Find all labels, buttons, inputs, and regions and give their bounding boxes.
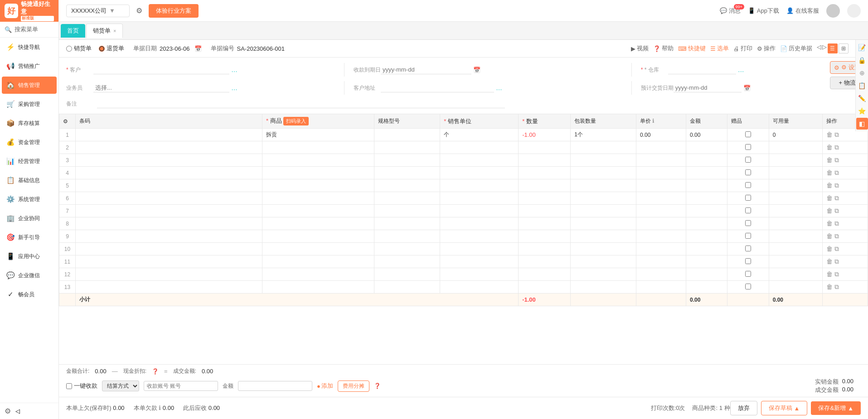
sidebar-item-marketing[interactable]: 📢 营销推广 xyxy=(2,58,57,75)
delete-icon[interactable]: 🗑 xyxy=(826,245,833,253)
rp-orange-icon[interactable]: ◧ xyxy=(856,118,868,130)
rp-add-icon[interactable]: ⊕ xyxy=(856,67,868,79)
prev-arrow[interactable]: ◁ xyxy=(817,43,821,53)
sidebar-item-system[interactable]: ⚙️ 系统管理 xyxy=(2,191,57,208)
list-view-btn[interactable]: ☰ xyxy=(828,43,838,53)
add-payment-button[interactable]: ● 添加 xyxy=(317,382,333,390)
delete-icon[interactable]: 🗑 xyxy=(826,182,833,189)
salesman-dots[interactable]: … xyxy=(231,84,238,92)
customer-input[interactable] xyxy=(93,65,229,74)
rp-edit-icon[interactable]: 📝 xyxy=(856,42,868,53)
delete-icon[interactable]: 🗑 xyxy=(826,144,833,151)
copy-icon[interactable]: ⧉ xyxy=(834,220,839,227)
expected-date-calendar[interactable]: 📅 xyxy=(743,85,751,92)
sidebar-item-enterprise[interactable]: 🏢 企业协同 xyxy=(2,210,57,227)
delete-icon[interactable]: 🗑 xyxy=(826,194,833,202)
online-service-button[interactable]: 👤 在线客服 xyxy=(786,7,819,15)
discard-button[interactable]: 放弃 xyxy=(730,401,757,415)
copy-icon[interactable]: ⧉ xyxy=(834,207,839,215)
rp-pencil-icon[interactable]: ✏️ xyxy=(856,92,868,104)
message-button[interactable]: 💬 消息 99+ xyxy=(720,7,741,15)
topbar-settings-icon[interactable]: ⚙ xyxy=(134,5,144,17)
select-btn[interactable]: ☰ 选单 xyxy=(710,44,729,53)
sidebar-collapse-icon[interactable]: ◁ xyxy=(15,408,20,414)
row-amount[interactable]: 0.00 xyxy=(686,129,727,141)
video-btn[interactable]: ▶ 视频 xyxy=(631,44,649,53)
debit-info-icon[interactable]: ℹ xyxy=(159,405,161,411)
payment-date-calendar[interactable]: 📅 xyxy=(473,67,480,73)
row-unit[interactable]: 个 xyxy=(440,129,519,141)
expense-info-icon[interactable]: ❓ xyxy=(374,383,381,389)
scan-button[interactable]: 扫码录入 xyxy=(283,117,309,125)
delete-icon[interactable]: 🗑 xyxy=(826,156,833,164)
next-arrow[interactable]: ▷ xyxy=(822,43,827,53)
row-barcode[interactable] xyxy=(76,129,262,141)
delete-icon[interactable]: 🗑 xyxy=(826,232,833,240)
rp-lock-icon[interactable]: 🔒 xyxy=(856,54,868,66)
save-draft-button[interactable]: 保存草稿 ▲ xyxy=(761,401,808,415)
customer-addr-dots[interactable]: … xyxy=(496,84,502,92)
payment-date-input[interactable] xyxy=(381,65,471,74)
help-btn[interactable]: ❓ 帮助 xyxy=(653,44,674,53)
tab-close-icon[interactable]: × xyxy=(113,28,116,34)
warehouse-input[interactable]: 建材仓 xyxy=(668,65,736,74)
copy-icon[interactable]: ⧉ xyxy=(834,270,839,278)
row-gift[interactable] xyxy=(727,129,769,141)
company-select[interactable]: XXXXXX公司 ▼ xyxy=(66,5,130,17)
grid-view-btn[interactable]: ⊞ xyxy=(839,43,849,53)
shortcut-btn[interactable]: ⌨ 快捷键 xyxy=(678,44,706,53)
delete-icon[interactable]: 🗑 xyxy=(826,131,833,139)
sidebar-item-member[interactable]: ✓ 畅会员 xyxy=(2,286,57,303)
delete-icon[interactable]: 🗑 xyxy=(826,220,833,227)
rp-star-icon[interactable]: ⭐ xyxy=(856,105,868,117)
sidebar-item-quick-nav[interactable]: ⚡ 快捷导航 xyxy=(2,39,57,56)
delete-icon[interactable]: 🗑 xyxy=(826,270,833,278)
sidebar-gear-icon[interactable]: ⚙ xyxy=(5,407,11,415)
row-price[interactable]: 0.00 xyxy=(636,129,686,141)
row-pkg-qty[interactable]: 1个 xyxy=(571,129,636,141)
customer-addr-input[interactable] xyxy=(381,83,494,92)
delete-icon[interactable]: 🗑 xyxy=(826,258,833,265)
col-settings[interactable]: ⚙ xyxy=(59,114,76,129)
copy-icon[interactable]: ⧉ xyxy=(834,169,839,177)
sidebar-item-sales[interactable]: 🏠 销售管理 xyxy=(2,77,57,94)
copy-icon[interactable]: ⧉ xyxy=(834,156,839,164)
user-menu[interactable] xyxy=(847,4,861,18)
trial-button[interactable]: 体验行业方案 xyxy=(149,4,199,18)
warehouse-dots[interactable]: … xyxy=(738,66,744,73)
copy-icon[interactable]: ⧉ xyxy=(834,258,839,265)
discount-info-icon[interactable]: ❓ xyxy=(152,368,159,375)
salesman-input[interactable] xyxy=(93,83,229,92)
payment-account-input[interactable] xyxy=(144,381,218,391)
remarks-input[interactable] xyxy=(97,99,505,108)
copy-icon[interactable]: ⧉ xyxy=(834,194,839,202)
print-btn[interactable]: 🖨 打印 xyxy=(733,44,752,53)
copy-icon[interactable]: ⧉ xyxy=(834,144,839,151)
copy-icon[interactable]: ⧉ xyxy=(834,283,839,291)
price-info-icon[interactable]: ℹ xyxy=(652,118,655,124)
rp-clipboard-icon[interactable]: 📋 xyxy=(856,80,868,92)
radio-sales[interactable]: 销货单 xyxy=(66,44,92,53)
sidebar-item-app-center[interactable]: 📱 应用中心 xyxy=(2,248,57,265)
delete-icon[interactable]: 🗑 xyxy=(826,283,833,291)
user-avatar[interactable] xyxy=(826,4,840,18)
calendar-icon[interactable]: 📅 xyxy=(194,45,202,52)
sidebar-item-inventory[interactable]: 📦 库存核算 xyxy=(2,115,57,132)
tab-sales-order[interactable]: 销货单 × xyxy=(86,24,123,38)
row-product[interactable]: 拆贡 xyxy=(262,129,374,141)
expected-date-input[interactable] xyxy=(674,83,742,92)
radio-return[interactable]: 退货单 xyxy=(99,44,124,53)
sidebar-search[interactable]: 🔍 搜索菜单 xyxy=(0,22,58,38)
save-new-button[interactable]: 保存&新增 ▲ xyxy=(811,401,861,415)
payment-method-select[interactable]: 结算方式 xyxy=(102,380,139,391)
copy-icon[interactable]: ⧉ xyxy=(834,232,839,240)
sidebar-item-finance[interactable]: 💰 资金管理 xyxy=(2,134,57,151)
delete-icon[interactable]: 🗑 xyxy=(826,207,833,215)
sidebar-item-base-info[interactable]: 📋 基础信息 xyxy=(2,172,57,189)
copy-icon[interactable]: ⧉ xyxy=(834,245,839,253)
one-click-payment-checkbox[interactable]: 一键收款 xyxy=(66,382,97,390)
operation-btn[interactable]: ⚙ 操作 xyxy=(757,44,776,53)
copy-icon[interactable]: ⧉ xyxy=(834,182,839,189)
tab-home[interactable]: 首页 xyxy=(61,24,85,38)
expense-split-button[interactable]: 费用分摊 xyxy=(338,380,369,392)
